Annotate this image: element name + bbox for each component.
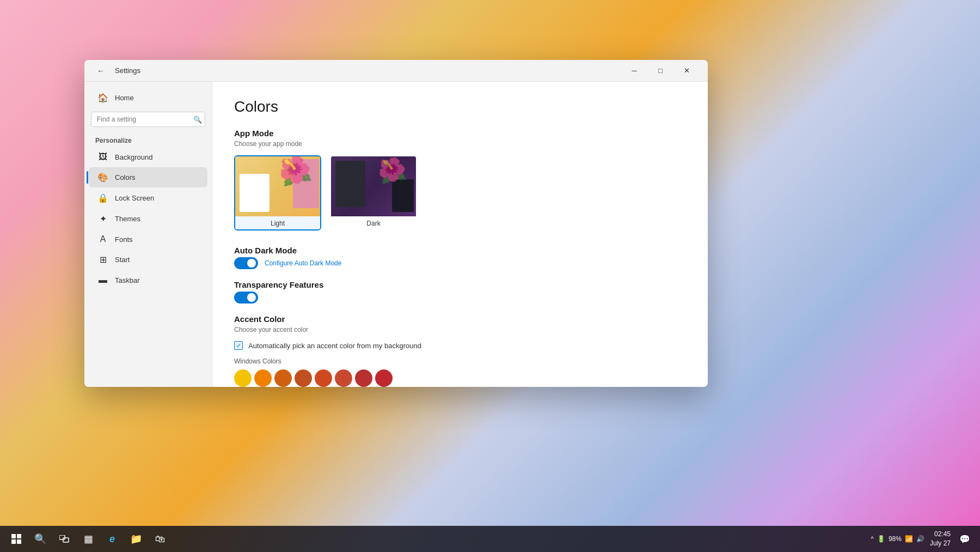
swatch-orange[interactable] [254,369,272,387]
edge-button[interactable]: e [102,529,122,549]
app-mode-section: App Mode Choose your app mode 🌺 Light [234,129,686,230]
sidebar-item-taskbar[interactable]: ▬ Taskbar [89,270,207,290]
taskbar-search-button[interactable]: 🔍 [30,529,50,549]
windows-colors-label: Windows Colors [234,357,686,365]
sidebar-item-home[interactable]: 🏠 Home [89,88,207,107]
sidebar-item-start[interactable]: ⊞ Start [89,250,207,270]
store-button[interactable]: 🛍 [150,529,170,549]
sidebar-item-colors[interactable]: 🎨 Colors [89,167,207,187]
dark-mode-card[interactable]: 🌺 Dark [330,155,417,230]
auto-accent-row: ✓ Automatically pick an accent color fro… [234,341,686,350]
auto-accent-checkbox[interactable]: ✓ [234,341,243,350]
dark-mode-preview: 🌺 [331,156,417,216]
desktop: ← Settings ─ □ ✕ 🏠 Home 🔍 Pers [0,0,980,552]
taskbar: 🔍 ▦ e 📁 🛍 ^ 🔋 98% 📶 🔊 02:45 J [0,526,980,552]
colors-icon: 🎨 [97,172,108,183]
auto-dark-mode-toggle[interactable] [234,257,258,269]
start-button[interactable] [7,529,26,549]
svg-rect-3 [17,539,21,544]
light-mode-preview: 🌺 [235,156,321,216]
themes-icon: ✦ [97,214,108,224]
svg-rect-4 [59,535,65,539]
configure-auto-dark-link[interactable]: Configure Auto Dark Mode [265,259,341,267]
svg-rect-5 [63,538,69,542]
sidebar-item-background[interactable]: 🖼 Background [89,147,207,167]
transparency-section: Transparency Features [234,280,686,304]
maximize-button[interactable]: □ [648,62,673,80]
app-mode-subtext: Choose your app mode [234,140,686,148]
page-title: Colors [234,98,686,116]
dark-mode-label: Dark [331,216,416,229]
file-explorer-button[interactable]: 📁 [126,529,146,549]
light-mode-card[interactable]: 🌺 Light [234,155,321,230]
sidebar-item-fonts[interactable]: A Fonts [89,229,207,249]
sidebar-item-themes[interactable]: ✦ Themes [89,209,207,229]
clock-date: July 27 [930,539,951,548]
sidebar-section-label: Personalize [84,134,212,147]
home-icon: 🏠 [97,93,108,103]
lock-screen-icon: 🔒 [97,193,108,203]
chevron-up-icon[interactable]: ^ [871,535,874,543]
swatch-yellow[interactable] [234,369,252,387]
light-white-panel [240,174,270,212]
back-button[interactable]: ← [93,63,108,78]
widgets-button[interactable]: ▦ [78,529,98,549]
sidebar-item-lock-screen[interactable]: 🔒 Lock Screen [89,188,207,208]
accent-color-heading: Accent Color [234,314,686,324]
auto-dark-mode-heading: Auto Dark Mode [234,246,686,255]
taskbar-icon: ▬ [97,275,108,285]
accent-color-subtext: Choose your accent color [234,326,686,333]
sidebar-item-label: Themes [115,215,140,223]
volume-icon[interactable]: 🔊 [916,535,924,543]
window-title: Settings [115,66,140,75]
window-controls: ─ □ ✕ [622,62,699,80]
system-clock[interactable]: 02:45 July 27 [930,530,951,548]
transparency-heading: Transparency Features [234,280,686,289]
clock-time: 02:45 [930,530,951,539]
swatches-row1 [234,369,397,387]
task-view-button[interactable] [54,529,74,549]
svg-rect-1 [17,534,21,538]
transparency-toggle-row [234,292,686,304]
light-mode-label: Light [235,216,320,229]
start-nav-icon: ⊞ [97,254,108,265]
title-bar: ← Settings ─ □ ✕ [84,60,708,82]
swatch-darkorange[interactable] [274,369,292,387]
home-label: Home [115,94,134,102]
minimize-button[interactable]: ─ [622,62,647,80]
sidebar: 🏠 Home 🔍 Personalize 🖼 Background 🎨 Colo… [84,82,212,387]
swatch-terracotta[interactable] [335,369,352,387]
taskbar-right: ^ 🔋 98% 📶 🔊 02:45 July 27 💬 [871,530,973,548]
swatch-brown[interactable] [295,369,312,387]
mode-cards: 🌺 Light 🌺 Dark [234,155,686,230]
transparency-toggle[interactable] [234,292,258,304]
checkmark-icon: ✓ [236,342,241,349]
dark-panel-right [392,179,414,212]
main-content: Colors App Mode Choose your app mode 🌺 [212,82,708,387]
svg-rect-2 [11,539,16,544]
notification-button[interactable]: 💬 [956,530,973,548]
search-box: 🔍 [91,112,205,127]
sidebar-item-label: Colors [115,173,136,181]
search-button[interactable]: 🔍 [193,116,202,124]
sidebar-item-label: Lock Screen [115,194,154,202]
battery-level: 98% [889,535,902,543]
sidebar-item-label: Background [115,153,152,161]
swatch-crimson[interactable] [375,369,393,387]
settings-window: ← Settings ─ □ ✕ 🏠 Home 🔍 Pers [84,60,708,387]
system-tray: ^ 🔋 98% 📶 🔊 [871,535,924,543]
sidebar-item-label: Start [115,256,130,264]
swatch-burntorange[interactable] [315,369,332,387]
window-body: 🏠 Home 🔍 Personalize 🖼 Background 🎨 Colo… [84,82,708,387]
sidebar-item-label: Taskbar [115,276,140,284]
close-button[interactable]: ✕ [674,62,699,80]
fonts-icon: A [97,234,108,244]
svg-rect-0 [11,534,16,538]
search-input[interactable] [91,112,205,127]
accent-color-section: Accent Color Choose your accent color ✓ … [234,314,686,387]
network-icon: 📶 [905,535,913,543]
auto-accent-label: Automatically pick an accent color from … [248,342,421,350]
swatch-darkred[interactable] [355,369,372,387]
auto-dark-mode-section: Auto Dark Mode Configure Auto Dark Mode [234,246,686,269]
battery-icon: 🔋 [877,535,885,543]
